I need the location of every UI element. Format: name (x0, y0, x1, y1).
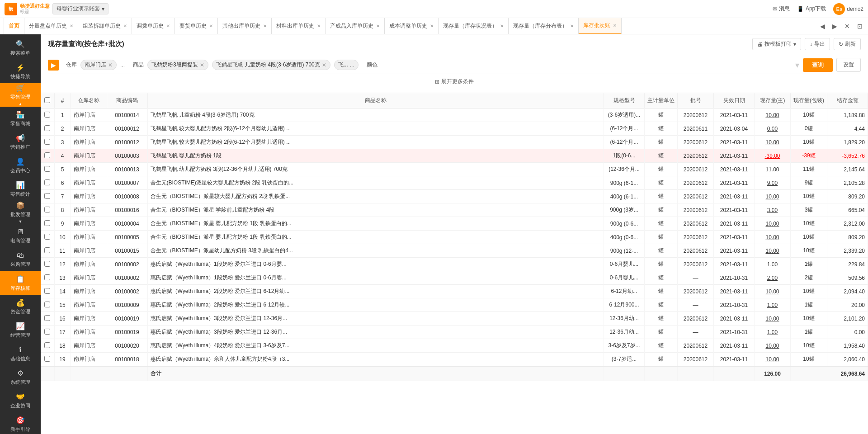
row-checkbox-cell[interactable] (41, 271, 54, 285)
row-qty[interactable]: -39.00 (755, 149, 791, 163)
sidebar-item-guide[interactable]: 🎯 新手引导 (0, 412, 41, 434)
row-qty[interactable]: 1.00 (755, 326, 791, 339)
close-icon[interactable]: ✕ (317, 24, 321, 28)
sidebar-item-member[interactable]: 👤 会员中心 (0, 154, 41, 177)
product-tag-3[interactable]: 飞... ... (334, 60, 359, 70)
close-icon[interactable]: ✕ (570, 24, 574, 28)
row-checkbox[interactable] (44, 288, 50, 294)
row-qty[interactable]: 10.00 (755, 353, 791, 367)
tab-home[interactable]: 首页 (4, 18, 24, 34)
message-btn[interactable]: ✉ 消息 (773, 5, 790, 13)
tag-close-icon[interactable]: ✕ (200, 62, 204, 68)
sidebar-item-mall[interactable]: 🏪 零售商城 (0, 107, 41, 130)
warehouse-tag-1[interactable]: 南岸门店 ✕ (80, 60, 117, 70)
row-checkbox[interactable] (44, 234, 50, 240)
row-checkbox[interactable] (44, 166, 50, 172)
product-tag-1[interactable]: 飞鹤奶粉3段两提装 ✕ (147, 60, 208, 70)
close-icon[interactable]: ✕ (613, 23, 617, 28)
row-checkbox[interactable] (44, 329, 50, 335)
tab-7[interactable]: 产成品入库单历史 ✕ (326, 18, 385, 34)
sidebar-item-collab[interactable]: 🤝 企业协同 (0, 389, 41, 412)
app-download-btn[interactable]: 📱 App下载 (797, 5, 826, 13)
row-qty[interactable]: 11.00 (755, 163, 791, 176)
row-checkbox-cell[interactable] (41, 163, 54, 176)
tab-prev-btn[interactable]: ◀ (817, 23, 828, 30)
row-checkbox[interactable] (44, 125, 50, 131)
tab-5[interactable]: 其他出库单历史 ✕ (218, 18, 272, 34)
th-checkbox[interactable] (41, 93, 54, 108)
settings-button[interactable]: 设置 (836, 58, 861, 72)
close-icon[interactable]: ✕ (430, 24, 434, 28)
row-checkbox[interactable] (44, 179, 50, 185)
tab-maximize-btn[interactable]: ⊡ (854, 23, 865, 30)
row-checkbox-cell[interactable] (41, 312, 54, 326)
account-selector[interactable]: 母婴行业演示账套 ▾ (52, 3, 108, 14)
close-icon[interactable]: ✕ (166, 24, 170, 28)
product-tag-2[interactable]: 飞鹤星飞帆 儿童奶粉 4段(3-6岁适用) 700克 ✕ (212, 60, 330, 70)
close-icon[interactable]: ✕ (123, 24, 127, 28)
row-qty[interactable]: 10.00 (755, 244, 791, 258)
row-qty[interactable]: 2.00 (755, 271, 791, 285)
filter-dropdown-icon[interactable]: ▾ (795, 60, 799, 70)
row-checkbox-cell[interactable] (41, 298, 54, 312)
row-checkbox-cell[interactable] (41, 122, 54, 136)
row-checkbox[interactable] (44, 207, 50, 212)
select-all-checkbox[interactable] (44, 97, 50, 103)
row-qty[interactable]: 10.00 (755, 339, 791, 353)
sidebar-item-operations[interactable]: 📈 经营管理 (0, 318, 41, 342)
sidebar-item-retail[interactable]: 🛒 零售管理 ▲ (0, 83, 41, 107)
row-checkbox-cell[interactable] (41, 231, 54, 244)
row-checkbox[interactable] (44, 315, 50, 321)
row-checkbox[interactable] (44, 139, 50, 145)
row-checkbox-cell[interactable] (41, 285, 54, 298)
row-qty[interactable]: 10.00 (755, 108, 791, 122)
sidebar-item-purchase[interactable]: 🛍 采购管理 (0, 248, 41, 271)
tab-4[interactable]: 要货单历史 ✕ (175, 18, 218, 34)
row-checkbox-cell[interactable] (41, 108, 54, 122)
close-icon[interactable]: ✕ (209, 24, 213, 28)
row-checkbox[interactable] (44, 261, 50, 267)
query-button[interactable]: 查询 (803, 58, 833, 72)
sidebar-item-system[interactable]: ⚙ 系统管理 (0, 365, 41, 389)
tab-6[interactable]: 材料出库单历史 ✕ (272, 18, 326, 34)
row-checkbox-cell[interactable] (41, 217, 54, 231)
row-qty[interactable]: 10.00 (755, 136, 791, 149)
row-checkbox-cell[interactable] (41, 136, 54, 149)
row-checkbox[interactable] (44, 274, 50, 280)
sidebar-quick-nav[interactable]: ⚡ 快捷导航 (0, 60, 41, 83)
row-qty[interactable]: 10.00 (755, 231, 791, 244)
refresh-button[interactable]: ↻ 刷新 (834, 38, 861, 50)
sidebar-item-retail-stats[interactable]: 📊 零售统计 (0, 177, 41, 201)
sidebar-item-wholesale[interactable]: 📦 批发管理 ▼ (0, 201, 41, 224)
row-qty[interactable]: 10.00 (755, 190, 791, 203)
row-checkbox-cell[interactable] (41, 149, 54, 163)
tab-1[interactable]: 分量盘点单历史 ✕ (24, 18, 78, 34)
close-icon[interactable]: ✕ (70, 24, 73, 28)
row-checkbox[interactable] (44, 342, 50, 348)
row-checkbox-cell[interactable] (41, 244, 54, 258)
sidebar-item-finance[interactable]: 💰 资金管理 (0, 295, 41, 318)
export-button[interactable]: ↓ 导出 (805, 38, 830, 50)
row-checkbox-cell[interactable] (41, 176, 54, 190)
row-checkbox[interactable] (44, 112, 50, 118)
sidebar-item-marketing[interactable]: 📢 营销推广 (0, 130, 41, 154)
tab-8[interactable]: 成本调整单历史 ✕ (385, 18, 439, 34)
row-qty[interactable]: 10.00 (755, 285, 791, 298)
sidebar-item-ecommerce[interactable]: 🖥 电商管理 (0, 224, 41, 248)
sidebar-item-basics[interactable]: ℹ 基础信息 (0, 342, 41, 365)
tab-2[interactable]: 组装拆卸单历史 ✕ (78, 18, 132, 34)
row-checkbox-cell[interactable] (41, 353, 54, 367)
sidebar-item-inventory[interactable]: 📋 库存核算 (0, 271, 41, 295)
tag-close-icon[interactable]: ✕ (108, 62, 113, 68)
close-icon[interactable]: ✕ (500, 24, 504, 28)
row-checkbox-cell[interactable] (41, 258, 54, 271)
row-checkbox[interactable] (44, 220, 50, 226)
row-checkbox[interactable] (44, 356, 50, 362)
row-checkbox-cell[interactable] (41, 326, 54, 339)
print-button[interactable]: 🖨 按模板打印 ▾ (752, 38, 801, 50)
row-checkbox[interactable] (44, 152, 50, 158)
row-checkbox[interactable] (44, 193, 50, 199)
tab-close-btn[interactable]: ✕ (842, 23, 853, 30)
tab-9[interactable]: 现存量（库存状况表） ✕ (439, 18, 509, 34)
row-qty[interactable]: 3.00 (755, 203, 791, 217)
